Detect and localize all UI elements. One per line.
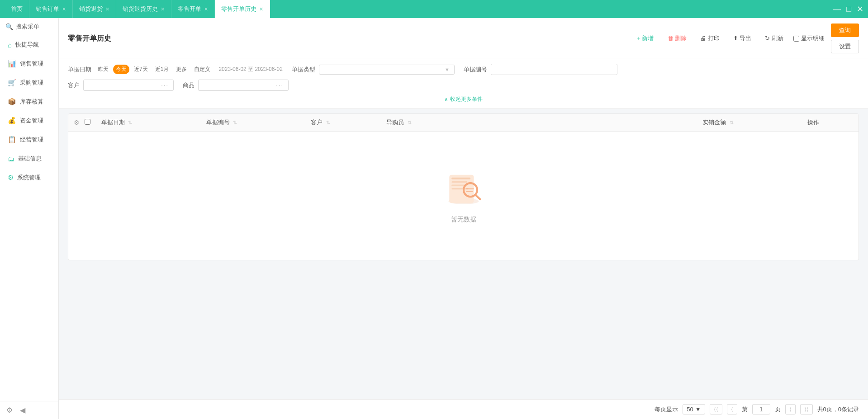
shortcut-today[interactable]: 今天 <box>113 65 129 74</box>
refresh-button[interactable]: ↻ 刷新 <box>761 33 787 44</box>
customer-filter-field: 客户 ··· <box>68 80 174 91</box>
collapse-icon: ∧ <box>444 96 448 103</box>
collapse-row[interactable]: ∧ 收起更多条件 <box>68 95 859 103</box>
col-date: 单据日期 ⇅ <box>96 114 201 132</box>
total-label: 共0页，0条记录 <box>817 405 859 414</box>
tab-retail-order-close[interactable]: ✕ <box>204 6 208 12</box>
display-detail-checkbox[interactable] <box>793 36 799 42</box>
sidebar-item-sales[interactable]: 📊 销售管理 <box>0 54 58 73</box>
last-page-button[interactable]: ⟩⟩ <box>800 404 813 414</box>
export-button[interactable]: ⬆ 导出 <box>730 33 755 44</box>
collapse-label: 收起更多条件 <box>450 95 483 103</box>
svg-rect-4 <box>451 185 466 186</box>
setting-button[interactable]: 设置 <box>831 40 859 53</box>
query-button[interactable]: 查询 <box>831 24 859 37</box>
sidebar-item-management[interactable]: 📋 经营管理 <box>0 130 58 149</box>
sidebar-collapse-icon[interactable]: ◀ <box>20 406 25 414</box>
col-guide-sort-icon[interactable]: ⇅ <box>408 120 412 125</box>
pagination-bar: 每页显示 50 ▼ ⟨⟨ ⟨ 第 页 ⟩ ⟩⟩ 共0页，0条记录 <box>59 399 868 419</box>
tab-retail-history-close[interactable]: ✕ <box>259 6 263 12</box>
tab-sales-order-close[interactable]: ✕ <box>62 6 66 12</box>
col-action: 操作 <box>802 114 859 132</box>
sidebar-item-quick-nav[interactable]: ⌂ 快捷导航 <box>0 35 58 54</box>
page-header: 零售开单历史 + 新增 🗑 删除 🖨 打印 ⬆ 导出 ↻ 刷新 显示明细 查询 … <box>59 18 868 58</box>
per-page-select[interactable]: 50 ▼ <box>683 404 705 414</box>
customer-input[interactable]: ··· <box>83 80 174 91</box>
col-date-sort-icon[interactable]: ⇅ <box>128 120 132 125</box>
tab-sales-order[interactable]: 销售订单 ✕ <box>29 0 73 18</box>
filter-area: 单据日期 昨天 今天 近7天 近1月 更多 自定义 2023-06-02 至 2… <box>59 58 868 109</box>
goods-ellipsis: ··· <box>276 82 284 89</box>
page-label: 第 <box>742 405 748 414</box>
shortcut-7days[interactable]: 近7天 <box>131 65 151 74</box>
date-shortcuts: 昨天 今天 近7天 近1月 更多 自定义 <box>95 65 213 74</box>
main-layout: 🔍 搜索采单 ⌂ 快捷导航 📊 销售管理 🛒 采购管理 📦 库存核算 💰 资金管… <box>0 18 868 419</box>
tab-home[interactable]: 首页 <box>5 0 29 18</box>
inventory-icon: 📦 <box>8 98 16 106</box>
tab-sales-return-history-close[interactable]: ✕ <box>161 6 165 12</box>
goods-input[interactable]: ··· <box>198 80 289 91</box>
tab-retail-order[interactable]: 零售开单 ✕ <box>171 0 215 18</box>
tab-retail-history[interactable]: 零售开单历史 ✕ <box>215 0 270 18</box>
table-wrapper: ⚙ 单据日期 ⇅ 单据编号 ⇅ <box>68 113 859 260</box>
add-button[interactable]: + 新增 <box>633 33 657 44</box>
date-range-text: 2023-06-02 至 2023-06-02 <box>218 66 282 73</box>
select-all-checkbox[interactable] <box>85 119 90 125</box>
customer-label: 客户 <box>68 81 80 89</box>
col-amount-sort-icon[interactable]: ⇅ <box>730 120 734 125</box>
sidebar-item-basic-info[interactable]: 🗂 基础信息 <box>0 149 58 168</box>
home-icon: ⌂ <box>8 41 12 49</box>
first-page-button[interactable]: ⟨⟨ <box>710 404 722 414</box>
empty-state-cell: 暂无数据 <box>68 132 859 260</box>
top-tabbar: 首页 销售订单 ✕ 销货退货 ✕ 销货退货历史 ✕ 零售开单 ✕ 零售开单历史 … <box>0 0 868 18</box>
col-amount: 实销金额 ⇅ <box>697 114 802 132</box>
minimize-icon[interactable]: — <box>833 5 841 14</box>
bill-type-select[interactable]: ▼ <box>319 65 455 75</box>
table-settings-btn[interactable]: ⚙ <box>74 119 80 126</box>
bill-number-filter-field: 单据编号 <box>464 64 617 75</box>
sidebar-item-inventory[interactable]: 📦 库存核算 <box>0 92 58 111</box>
sidebar-search[interactable]: 🔍 搜索采单 <box>0 18 58 35</box>
close-icon[interactable]: ✕ <box>857 4 863 14</box>
col-guide: 导购员 ⇅ <box>381 114 471 132</box>
system-icon: ⚙ <box>8 174 14 182</box>
goods-filter-field: 商品 ··· <box>183 80 289 91</box>
page-number-input[interactable] <box>752 404 770 414</box>
shortcut-yesterday[interactable]: 昨天 <box>95 65 111 74</box>
basic-info-icon: 🗂 <box>8 155 14 163</box>
page-title-row: 零售开单历史 + 新增 🗑 删除 🖨 打印 ⬆ 导出 ↻ 刷新 显示明细 查询 … <box>68 24 859 58</box>
shortcut-custom[interactable]: 自定义 <box>191 65 213 74</box>
col-customer-sort-icon[interactable]: ⇅ <box>326 120 330 125</box>
empty-text: 暂无数据 <box>451 216 476 224</box>
col-bill-number: 单据编号 ⇅ <box>201 114 306 132</box>
management-icon: 📋 <box>8 136 16 144</box>
shortcut-more[interactable]: 更多 <box>173 65 190 74</box>
per-page-label: 每页显示 <box>655 405 678 414</box>
filter-row-1: 单据日期 昨天 今天 近7天 近1月 更多 自定义 2023-06-02 至 2… <box>68 64 859 75</box>
table-header-row: ⚙ 单据日期 ⇅ 单据编号 ⇅ <box>68 114 859 132</box>
delete-button[interactable]: 🗑 删除 <box>664 33 691 44</box>
sidebar: 🔍 搜索采单 ⌂ 快捷导航 📊 销售管理 🛒 采购管理 📦 库存核算 💰 资金管… <box>0 18 59 419</box>
bill-type-filter-field: 单据类型 ▼ <box>292 65 455 75</box>
tab-sales-return-history[interactable]: 销货退货历史 ✕ <box>116 0 171 18</box>
sidebar-item-finance[interactable]: 💰 资金管理 <box>0 111 58 130</box>
finance-icon: 💰 <box>8 117 16 125</box>
next-page-button[interactable]: ⟩ <box>785 404 796 414</box>
bill-number-input[interactable] <box>491 64 617 75</box>
col-bill-number-sort-icon[interactable]: ⇅ <box>233 120 237 125</box>
bill-type-label: 单据类型 <box>292 66 315 74</box>
shortcut-1month[interactable]: 近1月 <box>152 65 172 74</box>
tab-sales-return[interactable]: 销货退货 ✕ <box>73 0 116 18</box>
print-button[interactable]: 🖨 打印 <box>697 33 723 44</box>
search-icon: 🔍 <box>5 23 13 30</box>
window-controls: — □ ✕ <box>833 4 863 14</box>
maximize-icon[interactable]: □ <box>846 5 851 14</box>
sidebar-item-purchase[interactable]: 🛒 采购管理 <box>0 73 58 92</box>
tab-sales-return-close[interactable]: ✕ <box>105 6 109 12</box>
display-detail-checkbox-label[interactable]: 显示明细 <box>793 34 825 42</box>
bill-number-label: 单据编号 <box>464 66 487 74</box>
table-body: 暂无数据 <box>68 132 859 260</box>
sidebar-item-system[interactable]: ⚙ 系统管理 <box>0 168 58 187</box>
settings-gear-icon[interactable]: ⚙ <box>6 406 13 414</box>
prev-page-button[interactable]: ⟨ <box>727 404 737 414</box>
